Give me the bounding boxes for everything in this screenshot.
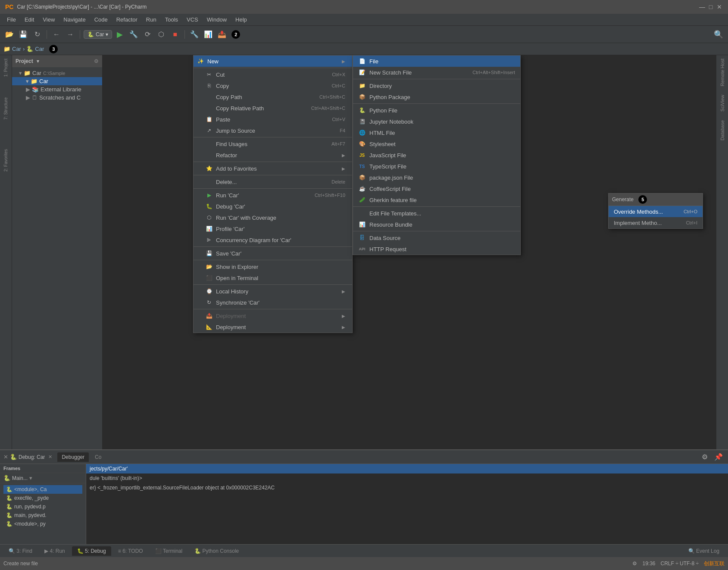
ctx-item-show-explorer[interactable]: 📂 Show in Explorer <box>194 261 352 272</box>
project-settings-icon[interactable]: ⚙ <box>94 58 99 64</box>
terminal-tab[interactable]: ⬛ Terminal <box>150 546 187 556</box>
vcs-btn[interactable]: 📊 <box>202 28 214 40</box>
menu-vcs[interactable]: VCS <box>183 16 202 24</box>
python-console-tab[interactable]: 🐍 Python Console <box>189 546 244 556</box>
database-label[interactable]: Database <box>720 120 725 140</box>
project-dropdown-icon[interactable]: ▾ <box>37 58 39 64</box>
breadcrumb-car-1[interactable]: Car <box>12 46 21 52</box>
ctx-item-jump[interactable]: ↗ Jump to Source F4 <box>194 125 352 136</box>
project-tool-label[interactable]: 1: Project <box>3 59 8 77</box>
menu-view[interactable]: View <box>39 16 58 24</box>
debugger-tab[interactable]: Debugger <box>57 452 89 462</box>
ctx-item-copy-rel[interactable]: Copy Relative Path Ctrl+Alt+Shift+C <box>194 103 352 114</box>
tree-item-external[interactable]: ▶ 📚 External Librarie <box>12 85 102 93</box>
debug-tab-btn[interactable]: 🐛 5: Debug <box>72 546 111 556</box>
ctx-item-add-favorites[interactable]: ⭐ Add to Favorites ▶ <box>194 163 352 174</box>
ctx-item-open-terminal[interactable]: ⬛ Open in Terminal <box>194 272 352 283</box>
maximize-button[interactable]: □ <box>707 3 714 10</box>
ctx-item-sync[interactable]: ↻ Synchronize 'Car' <box>194 297 352 308</box>
remote-host-label[interactable]: Remote Host <box>720 59 725 86</box>
ctx-item-cut[interactable]: ✂ Cut Ctrl+X <box>194 69 352 80</box>
debug-tab-close[interactable]: ✕ <box>48 454 52 460</box>
menu-code[interactable]: Code <box>91 16 111 24</box>
debug-pin-btn[interactable]: 📌 <box>712 451 725 463</box>
ctx-item-copy[interactable]: ⎘ Copy Ctrl+C <box>194 80 352 91</box>
run-config-selector[interactable]: 🐍 Car ▾ <box>84 30 112 39</box>
ctx-item-local-history[interactable]: ⌚ Local History ▶ <box>194 286 352 297</box>
sciview-label[interactable]: SciView <box>720 95 725 112</box>
settings-btn[interactable]: 🔧 <box>188 28 200 40</box>
back-btn[interactable]: ← <box>50 28 62 40</box>
submenu-item-gherkin[interactable]: 🥒 Gherkin feature file <box>353 194 520 206</box>
ctx-item-debug[interactable]: 🐛 Debug 'Car' <box>194 201 352 212</box>
menu-file[interactable]: File <box>3 16 19 24</box>
ctx-item-concurrency[interactable]: ⫸ Concurrency Diagram for 'Car' <box>194 234 352 246</box>
menu-window[interactable]: Window <box>203 16 230 24</box>
tree-item-car-sub[interactable]: ▾ 📁 Car <box>12 77 102 85</box>
submenu-item-resource-bundle[interactable]: 📊 Resource Bundle <box>353 219 520 230</box>
breadcrumb-car-2[interactable]: Car <box>35 46 44 52</box>
todo-tab[interactable]: ≡ 6: TODO <box>113 546 148 556</box>
console-tab[interactable]: Co <box>91 452 106 462</box>
status-encoding[interactable]: CRLF ÷ UTF-8 ÷ <box>660 561 699 567</box>
main-dropdown[interactable]: 🐍 Main... ▾ <box>0 473 86 483</box>
ctx-item-profile[interactable]: 📊 Profile 'Car' <box>194 223 352 234</box>
ctx-item-deployment[interactable]: 📤 Deployment ▶ <box>194 310 352 321</box>
ctx-item-diagrams[interactable]: 📐 Deployment ▶ <box>194 321 352 333</box>
stop-btn[interactable]: ■ <box>169 28 181 40</box>
run-btn[interactable]: ▶ <box>114 28 126 40</box>
generate-item-implement[interactable]: Implement Metho... Ctrl+I <box>609 217 703 228</box>
submenu-item-js[interactable]: JS JavaScript File <box>353 150 520 161</box>
find-tab[interactable]: 🔍 3: Find <box>3 546 37 556</box>
ctx-item-save[interactable]: 💾 Save 'Car' <box>194 248 352 259</box>
favorites-tool-label[interactable]: 2: Favorites <box>3 149 8 171</box>
frame-run[interactable]: 🐍 run, pydevd.p <box>3 502 82 511</box>
ctx-item-new[interactable]: ✨ New ▶ <box>194 56 352 67</box>
submenu-item-directory[interactable]: 📁 Directory <box>353 80 520 91</box>
submenu-item-jupyter[interactable]: 📓 Jupyter Notebook <box>353 116 520 127</box>
save-btn[interactable]: 💾 <box>17 28 29 40</box>
tree-item-car-root[interactable]: ▾ 📁 Car C:\Sample <box>12 69 102 77</box>
settings-status-icon[interactable]: ⚙ <box>632 561 637 567</box>
menu-navigate[interactable]: Navigate <box>60 16 89 24</box>
title-bar-controls[interactable]: — □ ✕ <box>699 3 723 10</box>
ctx-item-copy-path[interactable]: Copy Path Ctrl+Shift+C <box>194 91 352 103</box>
submenu-item-coffee[interactable]: ☕ CoffeeScript File <box>353 183 520 194</box>
frame-module-py[interactable]: 🐍 <module>, py <box>3 520 82 528</box>
structure-tool-label[interactable]: 7: Structure <box>3 97 8 120</box>
submenu-item-ts[interactable]: TS TypeScript File <box>353 161 520 172</box>
ctx-item-delete[interactable]: Delete... Delete <box>194 176 352 187</box>
submenu-item-edit-templates[interactable]: Edit File Templates... <box>353 208 520 219</box>
frame-execfile[interactable]: 🐍 execfile, _pyde <box>3 494 82 502</box>
refresh-btn[interactable]: ↻ <box>31 28 43 40</box>
debug-settings-btn[interactable]: ⚙ <box>699 451 711 463</box>
search-everywhere-btn[interactable]: 🔍 <box>712 28 725 40</box>
ctx-item-paste[interactable]: 📋 Paste Ctrl+V <box>194 114 352 125</box>
run-tab[interactable]: ▶ 4: Run <box>39 546 70 556</box>
submenu-item-python-file[interactable]: 🐍 Python File <box>353 105 520 116</box>
menu-help[interactable]: Help <box>232 16 250 24</box>
frame-main[interactable]: 🐍 main, pydevd. <box>3 511 82 520</box>
open-folder-btn[interactable]: 📂 <box>3 28 16 40</box>
ctx-item-find-usages[interactable]: Find Usages Alt+F7 <box>194 138 352 150</box>
submenu-item-new-scratch[interactable]: 📝 New Scratch File Ctrl+Alt+Shift+Insert <box>353 67 520 78</box>
menu-edit[interactable]: Edit <box>21 16 37 24</box>
submenu-item-stylesheet[interactable]: 🎨 Stylesheet <box>353 138 520 150</box>
reload-btn[interactable]: ⟳ <box>141 28 153 40</box>
tree-item-scratches[interactable]: ▶ 🗒 Scratches and C <box>12 93 102 102</box>
forward-btn[interactable]: → <box>64 28 76 40</box>
frame-module-car[interactable]: 🐍 <module>, Ca <box>3 485 82 494</box>
minimize-button[interactable]: — <box>699 3 706 10</box>
event-log-tab[interactable]: 🔍 Event Log <box>683 546 725 556</box>
submenu-item-python-package[interactable]: 📦 Python Package <box>353 91 520 103</box>
build-btn[interactable]: 🔧 <box>128 28 140 40</box>
submenu-item-file[interactable]: 📄 File <box>353 56 520 67</box>
menu-run[interactable]: Run <box>143 16 160 24</box>
submenu-item-http[interactable]: API HTTP Request <box>353 243 520 255</box>
debug-close-btn[interactable]: ✕ <box>3 454 8 460</box>
generate-item-override[interactable]: Override Methods... Ctrl+O <box>609 206 703 217</box>
submenu-item-data-source[interactable]: 🗄 Data Source <box>353 232 520 243</box>
menu-refactor[interactable]: Refactor <box>113 16 141 24</box>
submenu-item-package-json[interactable]: 📦 package.json File <box>353 172 520 183</box>
share-btn[interactable]: 📤 <box>216 28 228 40</box>
